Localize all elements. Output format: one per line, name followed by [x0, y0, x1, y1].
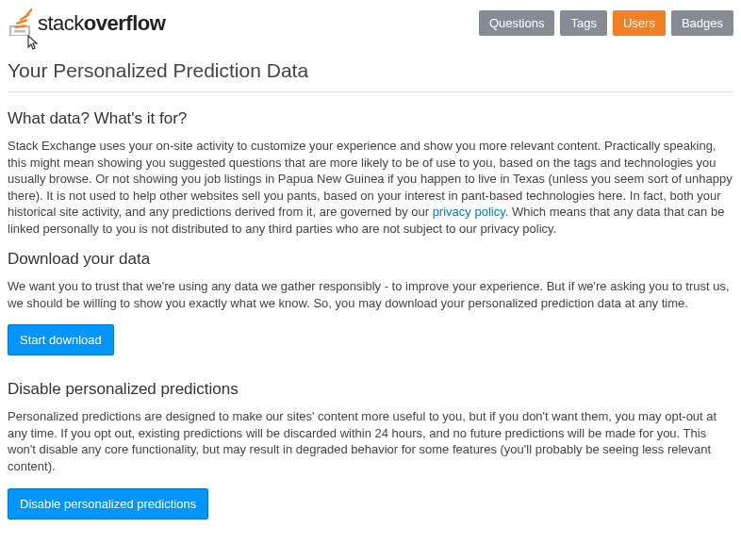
body-text: Stack Exchange uses your on-site activit… — [8, 138, 733, 237]
page-title: Your Personalized Prediction Data — [8, 59, 733, 82]
section-disable: Disable personalized predictions Persona… — [8, 380, 733, 537]
nav: Questions Tags Users Badges — [479, 10, 733, 36]
section-title: Disable personalized predictions — [8, 380, 733, 399]
nav-users[interactable]: Users — [613, 10, 666, 36]
svg-rect-2 — [14, 25, 25, 28]
svg-rect-5 — [25, 8, 32, 19]
cursor-icon — [23, 34, 40, 56]
section-what-data: What data? What's it for? Stack Exchange… — [8, 109, 733, 237]
header: stackoverflow Questions Tags Users Badge… — [8, 8, 733, 39]
nav-tags[interactable]: Tags — [560, 10, 606, 36]
body-text: Personalized predictions are designed to… — [8, 408, 733, 474]
disable-predictions-button[interactable]: Disable personalized predictions — [8, 488, 208, 519]
body-text: We want you to trust that we're using an… — [8, 278, 733, 311]
nav-questions[interactable]: Questions — [479, 10, 555, 36]
section-download: Download your data We want you to trust … — [8, 250, 733, 374]
logo[interactable]: stackoverflow — [8, 8, 165, 39]
privacy-policy-link[interactable]: privacy policy — [433, 205, 505, 219]
svg-rect-1 — [14, 30, 25, 32]
logo-text: stackoverflow — [38, 11, 165, 36]
section-title: What data? What's it for? — [8, 109, 733, 128]
section-title: Download your data — [8, 250, 733, 269]
start-download-button[interactable]: Start download — [8, 324, 114, 355]
nav-badges[interactable]: Badges — [671, 10, 733, 36]
divider — [8, 91, 733, 92]
